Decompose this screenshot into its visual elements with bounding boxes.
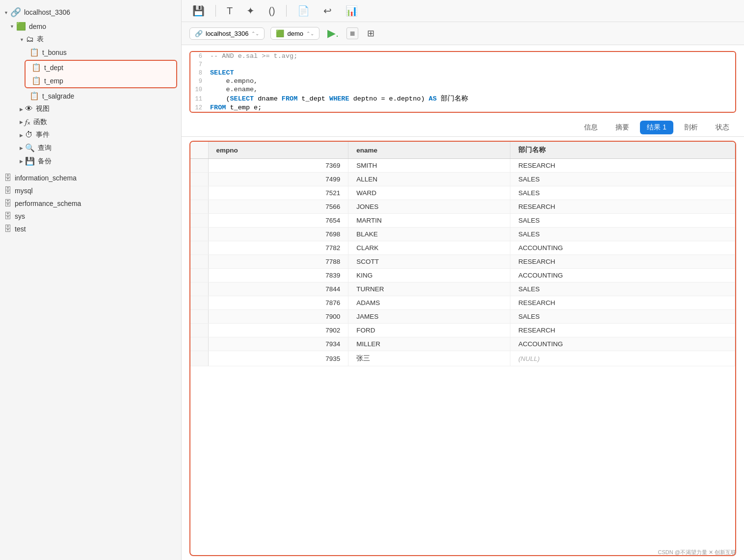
database-selector[interactable]: 🟩 demo ⌃⌄ <box>270 27 319 40</box>
table-row[interactable]: 7935张三(NULL) <box>190 351 735 366</box>
table-icon-t_salgrade: 📋 <box>29 91 39 101</box>
sidebar-item-tables[interactable]: 🗂 表 <box>0 33 181 46</box>
tab-profile[interactable]: 剖析 <box>677 121 705 134</box>
cell-ename: TURNER <box>348 282 510 296</box>
sql-line-7: 7 <box>190 60 735 69</box>
line-num-6: 6 <box>190 53 208 60</box>
sidebar-item-queries[interactable]: 🔍 查询 <box>0 141 181 154</box>
tab-info[interactable]: 信息 <box>577 121 605 134</box>
magic-button[interactable]: ✦ <box>243 3 258 19</box>
cell-dept: RESEARCH <box>510 324 735 337</box>
sidebar-label-localhost: localhost_3306 <box>24 8 70 16</box>
cell-empno: 7902 <box>208 324 348 337</box>
explain-button[interactable]: ⊞ <box>364 26 377 41</box>
table-row[interactable]: 7698BLAKESALES <box>190 228 735 241</box>
sidebar-item-views[interactable]: 👁 视图 <box>0 102 181 115</box>
table-row[interactable]: 7902FORDRESEARCH <box>190 324 735 337</box>
table-row[interactable]: 7369SMITHRESEARCH <box>190 159 735 173</box>
sidebar-item-information_schema[interactable]: 🗄 information_schema <box>0 172 181 184</box>
sidebar-item-sys[interactable]: 🗄 sys <box>0 210 181 223</box>
sidebar-item-performance_schema[interactable]: 🗄 performance_schema <box>0 197 181 210</box>
cell-rownum <box>190 173 208 186</box>
sidebar-label-t_bonus: t_bonus <box>42 49 67 56</box>
results-table: empno ename 部门名称 7369SMITHRESEARCH7499AL… <box>190 142 735 366</box>
col-ename[interactable]: ename <box>348 142 510 159</box>
table-row[interactable]: 7782CLARKACCOUNTING <box>190 241 735 255</box>
sidebar-item-test[interactable]: 🗄 test <box>0 223 181 235</box>
sidebar-item-t_bonus[interactable]: 📋 t_bonus <box>0 46 181 59</box>
sql-editor[interactable]: 6 -- AND e.sal >= t.avg; 7 8 SELECT 9 e.… <box>189 51 736 113</box>
table-icon-t_emp: 📋 <box>31 76 41 85</box>
events-icon: ⏱ <box>25 130 33 139</box>
expand-arrow-functions <box>20 119 23 125</box>
cell-dept: (NULL) <box>510 351 735 366</box>
cell-empno: 7900 <box>208 310 348 324</box>
stop-button[interactable]: ■ <box>346 27 358 39</box>
sidebar-label-views: 视图 <box>36 104 50 113</box>
table-row[interactable]: 7566JONESRESEARCH <box>190 200 735 214</box>
table-row[interactable]: 7654MARTINSALES <box>190 214 735 228</box>
col-empno[interactable]: empno <box>208 142 348 159</box>
cell-rownum <box>190 159 208 173</box>
highlighted-tables-group: 📋 t_dept 📋 t_emp <box>25 60 177 88</box>
line-num-8: 8 <box>190 70 208 76</box>
sidebar-item-mysql[interactable]: 🗄 mysql <box>0 184 181 197</box>
cell-ename: SMITH <box>348 159 510 173</box>
sidebar-item-localhost[interactable]: 🔗 localhost_3306 <box>0 5 181 20</box>
main-content: 💾 T ✦ () 📄 ↩ 📊 🔗 localhost_3306 ⌃⌄ 🟩 dem… <box>182 0 744 560</box>
db-icon-information_schema: 🗄 <box>4 174 12 182</box>
table-icon-t_bonus: 📋 <box>29 48 39 57</box>
wrap-button[interactable]: () <box>266 3 278 19</box>
cell-rownum <box>190 269 208 282</box>
cell-empno: 7654 <box>208 214 348 228</box>
copy-button[interactable]: 📄 <box>294 3 313 19</box>
table-row[interactable]: 7934MILLERACCOUNTING <box>190 337 735 351</box>
cell-rownum <box>190 337 208 351</box>
connection-label: localhost_3306 <box>206 30 248 37</box>
table-row[interactable]: 7839KINGACCOUNTING <box>190 269 735 282</box>
tab-result1[interactable]: 结果 1 <box>640 121 673 134</box>
sql-line-6: 6 -- AND e.sal >= t.avg; <box>190 52 735 60</box>
sidebar-label-sys: sys <box>15 212 25 220</box>
history-button[interactable]: ↩ <box>320 3 335 19</box>
tab-summary[interactable]: 摘要 <box>609 121 636 134</box>
cell-rownum <box>190 228 208 241</box>
save-button[interactable]: 💾 <box>189 3 208 19</box>
cell-empno: 7788 <box>208 255 348 269</box>
sidebar-item-t_dept[interactable]: 📋 t_dept <box>26 61 176 74</box>
sidebar-label-queries: 查询 <box>38 144 52 153</box>
table-row[interactable]: 7844TURNERSALES <box>190 282 735 296</box>
db-icon-performance_schema: 🗄 <box>4 199 12 208</box>
format-button[interactable]: T <box>224 3 236 19</box>
table-row[interactable]: 7521WARDSALES <box>190 186 735 200</box>
connection-selector[interactable]: 🔗 localhost_3306 ⌃⌄ <box>189 27 265 40</box>
results-tabs: 信息 摘要 结果 1 剖析 状态 <box>182 119 744 137</box>
cell-rownum <box>190 324 208 337</box>
tab-status[interactable]: 状态 <box>709 121 736 134</box>
expand-arrow-events <box>20 132 23 138</box>
cell-ename: ADAMS <box>348 296 510 310</box>
table-row[interactable]: 7499ALLENSALES <box>190 173 735 186</box>
sidebar-item-t_salgrade[interactable]: 📋 t_salgrade <box>0 89 181 102</box>
expand-arrow-views <box>20 106 23 112</box>
sidebar-item-backup[interactable]: 💾 备份 <box>0 154 181 168</box>
toolbar-divider-2 <box>286 5 287 17</box>
table-row[interactable]: 7900JAMESSALES <box>190 310 735 324</box>
results-area[interactable]: empno ename 部门名称 7369SMITHRESEARCH7499AL… <box>189 141 736 556</box>
cell-rownum <box>190 200 208 214</box>
tables-folder-icon: 🗂 <box>26 35 34 44</box>
database-select-icon: 🟩 <box>276 29 284 37</box>
table-row[interactable]: 7788SCOTTRESEARCH <box>190 255 735 269</box>
sidebar-item-demo[interactable]: 🟩 demo <box>0 20 181 33</box>
sidebar-item-functions[interactable]: 𝑓ₓ 函数 <box>0 115 181 128</box>
queries-icon: 🔍 <box>25 143 35 153</box>
sidebar-item-t_emp[interactable]: 📋 t_emp <box>26 74 176 87</box>
sidebar-item-events[interactable]: ⏱ 事件 <box>0 128 181 141</box>
table-row[interactable]: 7876ADAMSRESEARCH <box>190 296 735 310</box>
run-button[interactable]: ▶. <box>325 25 341 42</box>
cell-dept: RESEARCH <box>510 200 735 214</box>
col-dept[interactable]: 部门名称 <box>510 142 735 159</box>
sql-code-11: (SELECT dname FROM t_dept WHERE deptno =… <box>208 94 735 103</box>
chart-button[interactable]: 📊 <box>343 3 361 19</box>
cell-empno: 7566 <box>208 200 348 214</box>
